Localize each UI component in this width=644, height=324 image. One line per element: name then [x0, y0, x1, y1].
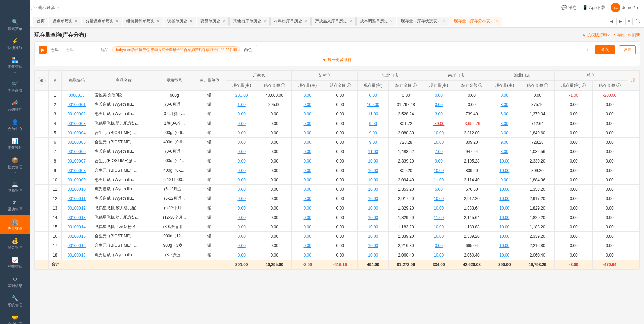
tab-demand[interactable]: 要货单历史 ✕	[197, 17, 229, 26]
row-code[interactable]: 00100008	[61, 166, 92, 175]
sidebar-item-retail-shop[interactable]: 🛒 零售商城	[0, 77, 30, 96]
row-yubei-qty[interactable]: 10.00	[489, 166, 520, 175]
tab-product-in[interactable]: 产成品入库单历史 ✕	[311, 17, 356, 26]
row-lucun-qty[interactable]: 0.00	[292, 147, 323, 156]
row-yubei-qty[interactable]: 10.00	[489, 241, 520, 250]
row-code[interactable]: 00100015	[61, 232, 92, 241]
row-code[interactable]: 00100009	[61, 175, 92, 185]
row-code[interactable]: 00100005	[61, 138, 92, 147]
row-jiangbei-qty[interactable]: 10.00	[358, 250, 389, 260]
sidebar-item-finance[interactable]: 💰 资金管理	[0, 234, 30, 253]
row-jiangbei-qty[interactable]: 9.00	[358, 128, 389, 138]
row-jiangbei-qty[interactable]: 0.00	[358, 91, 389, 100]
row-lucun-qty[interactable]: 0.00	[292, 166, 323, 175]
tab-transfer[interactable]: 调拨单历史 ✕	[164, 17, 196, 26]
tab-inventory-single[interactable]: 盘点单历史 ✕	[49, 17, 81, 26]
sidebar-item-system[interactable]: 🔧 系统管理	[0, 292, 30, 311]
dropdown-arrow[interactable]: ▾	[58, 5, 60, 10]
tab-home[interactable]: 首页	[33, 17, 48, 26]
color-dropdown[interactable]: ▾	[586, 47, 588, 52]
row-code[interactable]: 00100002	[61, 109, 92, 119]
row-nanyan-qty[interactable]: 5.00	[423, 185, 454, 194]
row-factory-qty[interactable]: 0.00	[226, 119, 257, 128]
row-lucun-qty[interactable]: 0.00	[292, 213, 323, 222]
row-yubei-qty[interactable]: 10.00	[489, 232, 520, 241]
sidebar-item-marketing[interactable]: 📣 营销推广	[0, 96, 30, 115]
row-factory-qty[interactable]: 1.00	[226, 100, 257, 109]
row-lucun-qty[interactable]: 0.00	[292, 138, 323, 147]
row-factory-qty[interactable]: 0.00	[226, 147, 257, 156]
filter-expand-arrow[interactable]: ▶	[39, 46, 47, 54]
row-factory-qty[interactable]: 0.00	[226, 175, 257, 185]
row-jiangbei-qty[interactable]: 10.00	[358, 232, 389, 241]
sidebar-item-stock[interactable]: 🏬 库存核算	[0, 215, 30, 234]
row-yubei-qty[interactable]: 6.00	[489, 109, 520, 119]
row-factory-qty[interactable]: 0.00	[226, 250, 257, 260]
row-nanyan-qty[interactable]: 9.00	[423, 156, 454, 166]
row-yubei-qty[interactable]: 10.00	[489, 213, 520, 222]
row-factory-qty[interactable]: 0.00	[226, 194, 257, 203]
row-code[interactable]: 00100018	[61, 250, 92, 260]
row-jiangbei-qty[interactable]: 10.00	[358, 241, 389, 250]
row-factory-qty[interactable]: 0.00	[226, 156, 257, 166]
message-btn[interactable]: 💬 消息	[561, 5, 577, 11]
row-factory-qty[interactable]: 0.00	[226, 213, 257, 222]
row-yubei-qty[interactable]: 9.00	[489, 138, 520, 147]
row-yubei-qty[interactable]: 10.00	[489, 250, 520, 260]
row-factory-qty[interactable]: 0.00	[226, 222, 257, 232]
row-lucun-qty[interactable]: 0.00	[292, 194, 323, 203]
row-factory-qty[interactable]: 0.00	[226, 241, 257, 250]
row-factory-qty[interactable]: 0.00	[226, 109, 257, 119]
tab-cost-adj[interactable]: 成本调整单历史 ✕	[356, 17, 396, 26]
goods-filter-tag[interactable]: babycare孕妇待产包 春季入院全套母子组合孕妇产后冬季月子用品 22件套 …	[112, 46, 240, 53]
sidebar-item-basic[interactable]: ⚙ 基础信息	[0, 273, 30, 292]
row-code[interactable]: 00100003	[61, 119, 92, 128]
tab-other-out-close[interactable]: ✕	[263, 19, 266, 23]
tab-assembly-close[interactable]: ✕	[157, 19, 159, 23]
row-jiangbei-qty[interactable]: 10.00	[358, 175, 389, 185]
row-nanyan-qty[interactable]: 10.00	[423, 128, 454, 138]
row-factory-qty[interactable]: 0.00	[226, 203, 257, 213]
row-lucun-qty[interactable]: 0.00	[292, 222, 323, 232]
tab-fullscreen-btn[interactable]: ⛶	[634, 18, 641, 25]
row-code[interactable]: 00100014	[61, 222, 92, 232]
sidebar-item-ecommerce[interactable]: 💻 电商管理	[0, 177, 30, 196]
tab-prev-btn[interactable]: ◀	[608, 18, 615, 25]
app-download-btn[interactable]: 📱 App下载	[582, 5, 605, 11]
row-jiangbei-qty[interactable]: 10.00	[358, 203, 389, 213]
row-nanyan-qty[interactable]: 10.00	[423, 250, 454, 260]
row-factory-qty[interactable]: 0.00	[226, 138, 257, 147]
row-code[interactable]: 00100004	[61, 128, 92, 138]
row-yubei-qty[interactable]: 10.00	[489, 194, 520, 203]
tab-stock-status-close[interactable]: ✕	[443, 19, 446, 23]
sidebar-item-member[interactable]: 👤 会员中心	[0, 115, 30, 135]
row-code[interactable]: 00100012	[61, 203, 92, 213]
row-jiangbei-qty[interactable]: 10.00	[358, 194, 389, 203]
row-jiangbei-qty[interactable]: 109.00	[358, 100, 389, 109]
row-factory-qty[interactable]: 200.00	[226, 91, 257, 100]
row-yubei-qty[interactable]: 10.00	[489, 185, 520, 194]
user-info[interactable]: Ea demo2 ▾	[611, 3, 639, 12]
sidebar-item-search[interactable]: 🔍 搜索英单	[0, 15, 30, 35]
row-jiangbei-qty[interactable]: 9.00	[358, 119, 389, 128]
search-button[interactable]: 查询	[595, 45, 615, 54]
sidebar-item-purchase[interactable]: 🛍 采购管理	[0, 196, 30, 215]
row-lucun-qty[interactable]: 0.00	[292, 119, 323, 128]
tab-material-out-close[interactable]: ✕	[304, 19, 307, 23]
refresh-btn[interactable]: ↺ 刷新	[628, 32, 640, 38]
row-yubei-qty[interactable]: 3.00	[489, 100, 520, 109]
row-nanyan-qty[interactable]: 3.00	[423, 109, 454, 119]
tab-stock-dist-close[interactable]: ✕	[496, 19, 499, 23]
tab-stock-dist[interactable]: 现存量（库存分布表） ✕	[450, 17, 502, 26]
row-lucun-qty[interactable]: 0.00	[292, 203, 323, 213]
row-lucun-qty[interactable]: 0.00	[292, 232, 323, 241]
row-nanyan-qty[interactable]: 10.00	[423, 194, 454, 203]
row-code[interactable]: 00100013	[61, 213, 92, 222]
row-lucun-qty[interactable]: 0.00	[292, 156, 323, 166]
row-jiangbei-qty[interactable]: 10.00	[358, 185, 389, 194]
tab-inventory-split-close[interactable]: ✕	[116, 19, 118, 23]
row-nanyan-qty[interactable]: 11.00	[423, 213, 454, 222]
row-code[interactable]: 00100007	[61, 156, 92, 166]
row-lucun-qty[interactable]: 0.00	[292, 241, 323, 250]
row-yubei-qty[interactable]: 8.00	[489, 147, 520, 156]
